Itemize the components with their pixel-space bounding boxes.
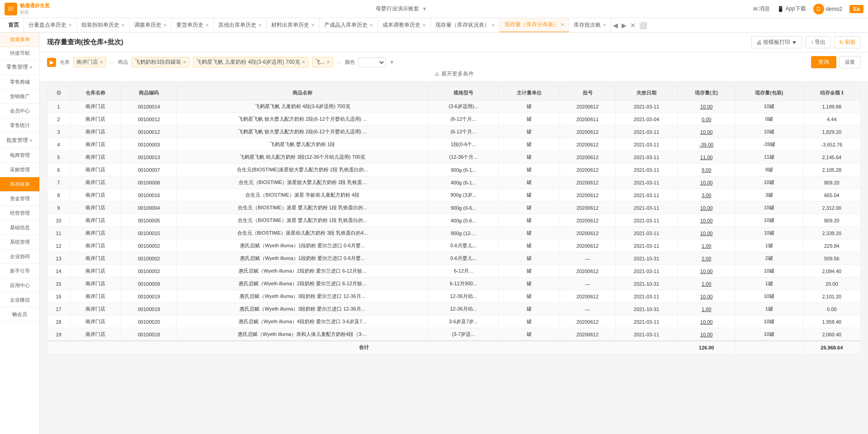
- tab-qitachu[interactable]: 其他出库单历史 ✕: [214, 18, 267, 33]
- cell-qty[interactable]: 1.00: [678, 303, 736, 316]
- tab-cailiao[interactable]: 材料出库单历史 ✕: [267, 18, 320, 33]
- tab-chengben[interactable]: 成本调整单历史 ✕: [378, 18, 431, 33]
- template-print-button[interactable]: 🖨 按模板打印 ▼: [751, 36, 802, 48]
- user-info[interactable]: D demo2: [813, 4, 843, 14]
- remove-goods-tag-3[interactable]: ✕: [326, 60, 330, 65]
- cell-qty[interactable]: 9.00: [678, 164, 736, 176]
- cell-amount: 2,105.28: [803, 164, 860, 176]
- cell-unit: 罐: [499, 126, 560, 138]
- sidebar-item-system[interactable]: 系统管理: [0, 235, 39, 250]
- remove-warehouse-tag[interactable]: ✕: [99, 60, 103, 65]
- warehouse-dots[interactable]: ···: [110, 59, 114, 66]
- close-tab-chanpin[interactable]: ✕: [369, 23, 373, 28]
- remove-goods-tag-2[interactable]: ✕: [302, 60, 305, 65]
- sidebar-item-retail-stats[interactable]: 零售统计: [0, 118, 39, 133]
- tab-home[interactable]: 首页: [4, 18, 24, 33]
- cell-expire: 2021-03-11: [615, 126, 678, 138]
- sidebar-item-inventory[interactable]: 库存核算: [0, 177, 39, 192]
- sidebar-item-marketing[interactable]: 营销推广: [0, 90, 39, 104]
- cell-no: 7: [47, 176, 70, 189]
- cell-qtypkg: 1罐: [736, 303, 803, 316]
- tab-yaohuo[interactable]: 要货单历史 ✕: [172, 18, 214, 33]
- close-tab-zuchai[interactable]: ✕: [121, 23, 125, 28]
- tab-close-btn[interactable]: ✕: [628, 18, 637, 33]
- cell-qty[interactable]: 11.00: [678, 151, 736, 164]
- query-button[interactable]: 查询: [811, 56, 836, 68]
- cell-qty[interactable]: 10.00: [678, 176, 736, 189]
- sidebar-search[interactable]: 搜索菜单: [0, 33, 39, 47]
- cell-qty[interactable]: 10.00: [678, 214, 736, 227]
- filter-toggle-btn[interactable]: ▶: [47, 58, 56, 67]
- sidebar-item-membership[interactable]: 会员中心: [0, 104, 39, 118]
- cell-qty[interactable]: 10.00: [678, 227, 736, 240]
- tab-xiancunkuang[interactable]: 现存量（库存状况表） ✕: [431, 18, 500, 33]
- expand-conditions-btn[interactable]: ⩓ 展开更多条件: [47, 70, 861, 78]
- tab-fenpan[interactable]: 分量盘点单历史 ✕: [24, 18, 77, 33]
- close-tab-chengben[interactable]: ✕: [422, 23, 426, 28]
- tab-zuchai[interactable]: 组装拆卸单历史 ✕: [77, 18, 130, 33]
- cell-warehouse: 南岸门店: [70, 227, 121, 240]
- cell-qty[interactable]: 0.00: [678, 113, 736, 126]
- cell-qty[interactable]: 10.00: [678, 202, 736, 214]
- cell-qty[interactable]: 10.00: [678, 290, 736, 303]
- table-row: 15 南岸门店 00100009 惠氏启赋（Wyeth illuma）2段奶粉 …: [47, 278, 861, 290]
- sidebar-item-operations[interactable]: 经营管理: [0, 206, 39, 221]
- cell-qty[interactable]: 10.00: [678, 265, 736, 278]
- app-download-link[interactable]: 📱 App下载: [777, 5, 806, 13]
- export-button[interactable]: ↑ 导出: [806, 36, 830, 48]
- sidebar-item-finance[interactable]: 资金管理: [0, 192, 39, 206]
- close-tab-qitachu[interactable]: ✕: [258, 23, 262, 28]
- close-tab-xiancunfen[interactable]: ✕: [561, 22, 564, 27]
- cell-qty[interactable]: 10.00: [678, 126, 736, 138]
- sidebar-item-appstore[interactable]: 应用中心: [0, 278, 39, 293]
- goods-dots[interactable]: ···: [337, 59, 341, 66]
- tab-chanpin[interactable]: 产成品入库单历史 ✕: [320, 18, 378, 33]
- sidebar-item-ecommerce[interactable]: 电商管理: [0, 148, 39, 163]
- top-bar-right: ✉ 消息 📱 App下载 D demo2 Ea: [753, 4, 863, 14]
- cell-qty[interactable]: 10.00: [678, 328, 736, 341]
- sidebar-item-retail-mgmt[interactable]: 零售管理 ▼: [0, 60, 39, 75]
- close-tab-fenpan[interactable]: ✕: [68, 23, 72, 28]
- cell-batch: 20200612: [560, 214, 615, 227]
- settings-button[interactable]: 设置: [839, 56, 861, 68]
- sidebar-item-basics[interactable]: 基础信息: [0, 221, 39, 235]
- close-tab-tiaobo[interactable]: ✕: [163, 23, 167, 28]
- sidebar-item-guide[interactable]: 新手引导: [0, 264, 39, 278]
- cell-qty[interactable]: 1.00: [678, 240, 736, 252]
- cell-qty[interactable]: 10.00: [678, 316, 736, 328]
- dropdown-chevron-icon[interactable]: ▼: [422, 6, 427, 12]
- close-tab-xiancunkuang[interactable]: ✕: [491, 23, 495, 28]
- cell-expire: 2021-03-11: [615, 202, 678, 214]
- tab-next-btn[interactable]: ▶: [620, 18, 628, 33]
- sidebar-item-purchase[interactable]: 采购管理: [0, 163, 39, 177]
- tab-pici[interactable]: 库存批次账 ✕: [569, 18, 611, 33]
- tab-tiaobo[interactable]: 调拨单历史 ✕: [130, 18, 172, 33]
- refresh-button[interactable]: ↻ 刷新: [834, 36, 861, 48]
- cell-qty[interactable]: 2.00: [678, 252, 736, 265]
- sidebar-quick-nav[interactable]: 快捷导航: [0, 47, 39, 60]
- tab-more-btn[interactable]: ⬜: [637, 18, 649, 33]
- cell-qty[interactable]: 10.00: [678, 100, 736, 113]
- message-link[interactable]: ✉ 消息: [753, 5, 770, 13]
- close-tab-pici[interactable]: ✕: [603, 23, 606, 28]
- color-dropdown-chevron[interactable]: ▼: [389, 59, 395, 66]
- cell-qty[interactable]: 3.00: [678, 189, 736, 202]
- sidebar-item-wechat[interactable]: 企业微信: [0, 293, 39, 307]
- remove-goods-tag-1[interactable]: ✕: [183, 60, 186, 65]
- sidebar-item-retail-shop[interactable]: 零售商城: [0, 75, 39, 90]
- sidebar-item-wholesale-mgmt[interactable]: 批发管理 ▼: [0, 133, 39, 148]
- color-select[interactable]: [359, 57, 386, 67]
- th-settings[interactable]: ⚙: [47, 86, 70, 100]
- close-tab-yaohuo[interactable]: ✕: [205, 23, 209, 28]
- cell-qty[interactable]: 1.00: [678, 278, 736, 290]
- cell-expire: 2021-03-11: [615, 138, 678, 151]
- cell-qty[interactable]: -39.00: [678, 138, 736, 151]
- sidebar-item-member[interactable]: 畅会员: [0, 307, 39, 322]
- tab-xiancunfen[interactable]: 现存量（库存分布表） ✕: [500, 18, 569, 33]
- tab-prev-btn[interactable]: ◀: [611, 18, 620, 33]
- sidebar-item-enterprise[interactable]: 企业协同: [0, 250, 39, 264]
- cell-spec: (6-12个月...: [428, 113, 499, 126]
- close-tab-cailiao[interactable]: ✕: [311, 23, 315, 28]
- cell-spec: (12-36个月...: [428, 151, 499, 164]
- cell-warehouse: 南岸门店: [70, 100, 121, 113]
